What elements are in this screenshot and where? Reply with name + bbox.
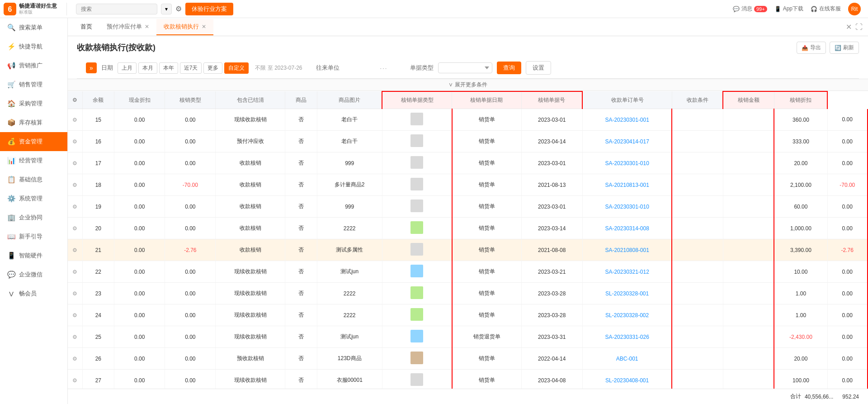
cell-include-settled: 否 xyxy=(285,218,317,239)
writeoff-doc-no-link[interactable]: SA-20230314-008 xyxy=(605,225,649,232)
date-opt-7days[interactable]: 近7天 xyxy=(180,62,202,74)
close-all-icon[interactable]: ✕ xyxy=(846,23,852,31)
table-row: ⚙ 22 0.00 0.00 现续收款核销 否 测试jun 销货单 2023-0… xyxy=(68,261,868,283)
cell-receipt-order-no xyxy=(672,283,723,304)
sidebar-item-marketing[interactable]: 📢 营销推广 xyxy=(0,56,67,75)
sidebar-label-sales: 销售管理 xyxy=(19,81,42,89)
row-settings-icon[interactable]: ⚙ xyxy=(72,312,77,318)
sidebar-item-sales[interactable]: 🛒 销售管理 xyxy=(0,75,67,94)
sidebar-item-quick-nav[interactable]: ⚡ 快捷导航 xyxy=(0,37,67,56)
tab-prepaid[interactable]: 预付冲应付单 ✕ xyxy=(99,19,156,35)
expand-bar[interactable]: ∨ 展开更多条件 xyxy=(68,79,868,91)
row-settings-icon[interactable]: ⚙ xyxy=(72,182,77,188)
writeoff-doc-no-link[interactable]: SL-20230328-002 xyxy=(605,312,649,318)
industry-solution-btn[interactable]: 休验行业方案 xyxy=(185,3,233,15)
date-opt-more[interactable]: 更多 xyxy=(203,62,222,74)
cell-seq: 21 xyxy=(82,239,114,261)
sidebar-item-guide[interactable]: 📖 新手引导 xyxy=(0,227,67,246)
row-settings-icon[interactable]: ⚙ xyxy=(72,138,77,145)
counterparty-label: 往来单位 xyxy=(316,64,340,72)
refresh-btn[interactable]: 🔄 刷新 xyxy=(830,42,859,54)
writeoff-doc-no-link[interactable]: SA-20230301-001 xyxy=(605,117,649,123)
sidebar-label-smart-hw: 智能硬件 xyxy=(19,252,42,260)
online-service-btn[interactable]: 🎧 在线客服 xyxy=(811,5,841,13)
settings-btn[interactable]: 设置 xyxy=(526,61,551,75)
cell-product: 老白干 xyxy=(317,131,382,152)
sidebar-item-operation[interactable]: 📊 经营管理 xyxy=(0,151,67,170)
cell-writeoff-doc-no: SA-20210808-001 xyxy=(582,239,672,261)
table-row: ⚙ 26 0.00 0.00 预收款核销 否 123D商品 销货单 2022-0… xyxy=(68,348,868,370)
cell-writeoff-discount: 0.00 xyxy=(827,218,868,239)
main-content: 首页 预付冲应付单 ✕ 收款核销执行 ✕ ✕ ⛶ 收款核销执行(按收款) xyxy=(68,18,868,404)
sidebar-item-member[interactable]: V 畅会员 xyxy=(0,284,67,303)
cell-writeoff-discount: 0.00 xyxy=(827,152,868,174)
tab-receipt-writeoff-close[interactable]: ✕ xyxy=(202,24,206,30)
notification-badge: 99+ xyxy=(754,6,767,12)
user-avatar[interactable]: Rit xyxy=(848,3,861,15)
tab-home[interactable]: 首页 xyxy=(73,19,99,35)
sidebar-item-inventory[interactable]: 📦 库存核算 xyxy=(0,113,67,132)
writeoff-doc-no-link[interactable]: SA-20210813-001 xyxy=(605,182,649,188)
row-settings-icon[interactable]: ⚙ xyxy=(72,160,77,166)
row-settings-icon[interactable]: ⚙ xyxy=(72,356,77,362)
sidebar-item-smart-hw[interactable]: 📱 智能硬件 xyxy=(0,246,67,265)
cell-settings: ⚙ xyxy=(68,348,82,370)
col-cash-discount-header: 现金折扣 xyxy=(114,91,165,109)
search-input[interactable] xyxy=(76,4,157,14)
page-title: 收款核销执行(按收款) xyxy=(77,42,156,53)
settings-icon[interactable]: ⚙ xyxy=(72,97,77,103)
writeoff-doc-no-link[interactable]: SA-20230321-012 xyxy=(605,269,649,275)
tab-prepaid-close[interactable]: ✕ xyxy=(145,24,149,30)
date-opt-this-year[interactable]: 本年 xyxy=(159,62,178,74)
sidebar-item-wechat[interactable]: 💬 企业微信 xyxy=(0,265,67,284)
date-opt-this-month[interactable]: 本月 xyxy=(138,62,157,74)
cell-writeoff-type: 收款核销 xyxy=(216,218,285,239)
date-opt-custom[interactable]: 自定义 xyxy=(224,62,249,74)
maximize-icon[interactable]: ⛶ xyxy=(855,23,863,31)
cell-writeoff-type: 收款核销 xyxy=(216,152,285,174)
cell-include-settled: 否 xyxy=(285,239,317,261)
writeoff-doc-no-link[interactable]: ABC-001 xyxy=(616,356,638,362)
row-settings-icon[interactable]: ⚙ xyxy=(72,204,77,210)
sidebar-item-finance[interactable]: 💰 资金管理 xyxy=(0,132,67,151)
query-btn[interactable]: 查询 xyxy=(497,62,521,74)
cell-product-img xyxy=(382,174,452,196)
writeoff-doc-no-link[interactable]: SA-20230414-017 xyxy=(605,138,649,145)
writeoff-doc-no-link[interactable]: SA-20230301-010 xyxy=(605,204,649,210)
gear-icon[interactable]: ⚙ xyxy=(175,5,182,13)
row-settings-icon[interactable]: ⚙ xyxy=(72,269,77,275)
cell-cash-discount: 0.00 xyxy=(165,261,216,283)
writeoff-doc-no-link[interactable]: SL-20230408-001 xyxy=(605,377,649,384)
writeoff-doc-no-link[interactable]: SL-20230328-001 xyxy=(605,290,649,297)
row-settings-icon[interactable]: ⚙ xyxy=(72,117,77,123)
cell-receipt-order-no xyxy=(672,131,723,152)
voucher-type-select[interactable] xyxy=(438,62,492,73)
app-download-btn[interactable]: 📱 App下载 xyxy=(774,5,803,13)
cell-writeoff-type: 现续收款核销 xyxy=(216,261,285,283)
cell-writeoff-discount: -2.76 xyxy=(827,239,868,261)
dropdown-btn[interactable]: ▾ xyxy=(161,4,172,14)
row-settings-icon[interactable]: ⚙ xyxy=(72,247,77,253)
sidebar-item-enterprise[interactable]: 🏢 企业协同 xyxy=(0,208,67,227)
sidebar-item-search-menu[interactable]: 🔍 搜索菜单 xyxy=(0,18,67,37)
cell-receipt-order-no xyxy=(672,218,723,239)
cell-cash-discount: -70.00 xyxy=(165,174,216,196)
notification-btn[interactable]: 💬 消息 99+ xyxy=(733,5,767,13)
sidebar-item-base-info[interactable]: 📋 基础信息 xyxy=(0,170,67,189)
row-settings-icon[interactable]: ⚙ xyxy=(72,377,77,384)
date-opt-last-month[interactable]: 上月 xyxy=(118,62,137,74)
writeoff-doc-no-link[interactable]: SA-20230331-026 xyxy=(605,334,649,340)
cell-include-settled: 否 xyxy=(285,174,317,196)
tab-receipt-writeoff[interactable]: 收款核销执行 ✕ xyxy=(156,19,213,35)
sidebar-item-system[interactable]: ⚙️ 系统管理 xyxy=(0,189,67,208)
sidebar-item-purchase[interactable]: 🏠 采购管理 xyxy=(0,94,67,113)
counterparty-dots[interactable]: ··· xyxy=(380,65,388,71)
row-settings-icon[interactable]: ⚙ xyxy=(72,225,77,232)
row-settings-icon[interactable]: ⚙ xyxy=(72,290,77,297)
filter-toggle-btn[interactable]: » xyxy=(86,62,97,73)
export-btn[interactable]: 📤 导出 xyxy=(797,42,826,54)
row-settings-icon[interactable]: ⚙ xyxy=(72,334,77,340)
col-receipt-condition-header: 收款条件 xyxy=(672,91,723,109)
writeoff-doc-no-link[interactable]: SA-20210808-001 xyxy=(605,247,649,253)
writeoff-doc-no-link[interactable]: SA-20230301-010 xyxy=(605,160,649,166)
